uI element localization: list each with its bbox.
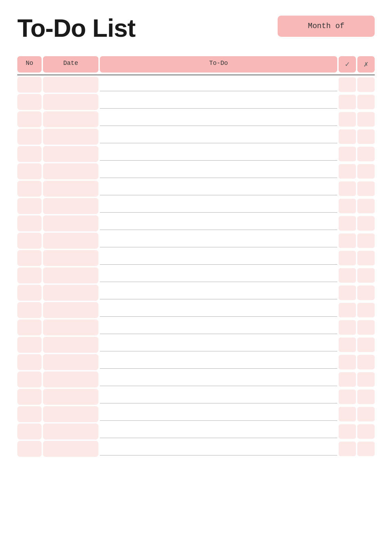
row-date-cell[interactable] <box>43 441 98 457</box>
row-no-cell[interactable] <box>17 285 42 301</box>
row-cross-cell[interactable] <box>357 268 375 283</box>
row-date-cell[interactable] <box>43 285 98 301</box>
row-no-cell[interactable] <box>17 94 42 110</box>
row-no-cell[interactable] <box>17 319 42 335</box>
row-todo-cell[interactable] <box>100 319 337 335</box>
row-date-cell[interactable] <box>43 198 98 214</box>
row-date-cell[interactable] <box>43 129 98 145</box>
row-check-cell[interactable] <box>339 268 356 283</box>
row-no-cell[interactable] <box>17 389 42 405</box>
row-todo-cell[interactable] <box>100 233 337 249</box>
table-row[interactable] <box>17 163 375 179</box>
row-date-cell[interactable] <box>43 146 98 162</box>
row-date-cell[interactable] <box>43 302 98 318</box>
table-row[interactable] <box>17 129 375 145</box>
row-date-cell[interactable] <box>43 267 98 283</box>
row-todo-cell[interactable] <box>100 267 337 283</box>
row-no-cell[interactable] <box>17 302 42 318</box>
row-check-cell[interactable] <box>339 285 356 300</box>
table-row[interactable] <box>17 441 375 457</box>
row-cross-cell[interactable] <box>357 424 375 439</box>
row-no-cell[interactable] <box>17 77 42 93</box>
row-no-cell[interactable] <box>17 198 42 214</box>
row-date-cell[interactable] <box>43 337 98 353</box>
row-cross-cell[interactable] <box>357 216 375 231</box>
row-check-cell[interactable] <box>339 216 356 231</box>
row-todo-cell[interactable] <box>100 94 337 110</box>
row-check-cell[interactable] <box>339 147 356 161</box>
row-date-cell[interactable] <box>43 181 98 197</box>
row-no-cell[interactable] <box>17 163 42 179</box>
row-no-cell[interactable] <box>17 215 42 231</box>
row-check-cell[interactable] <box>339 442 356 456</box>
row-todo-cell[interactable] <box>100 181 337 197</box>
row-check-cell[interactable] <box>339 251 356 265</box>
row-cross-cell[interactable] <box>357 147 375 161</box>
row-cross-cell[interactable] <box>357 320 375 335</box>
table-row[interactable] <box>17 77 375 93</box>
row-cross-cell[interactable] <box>357 233 375 248</box>
table-row[interactable] <box>17 94 375 110</box>
row-check-cell[interactable] <box>339 95 356 109</box>
row-cross-cell[interactable] <box>357 95 375 109</box>
row-no-cell[interactable] <box>17 233 42 249</box>
row-no-cell[interactable] <box>17 406 42 422</box>
row-check-cell[interactable] <box>339 77 356 92</box>
row-todo-cell[interactable] <box>100 441 337 457</box>
row-no-cell[interactable] <box>17 146 42 162</box>
row-date-cell[interactable] <box>43 424 98 439</box>
row-check-cell[interactable] <box>339 112 356 127</box>
table-row[interactable] <box>17 389 375 405</box>
row-no-cell[interactable] <box>17 267 42 283</box>
table-row[interactable] <box>17 424 375 439</box>
table-row[interactable] <box>17 233 375 249</box>
row-todo-cell[interactable] <box>100 337 337 353</box>
row-todo-cell[interactable] <box>100 146 337 162</box>
row-date-cell[interactable] <box>43 389 98 405</box>
row-cross-cell[interactable] <box>357 442 375 456</box>
row-check-cell[interactable] <box>339 129 356 144</box>
table-row[interactable] <box>17 250 375 266</box>
row-todo-cell[interactable] <box>100 215 337 231</box>
table-row[interactable] <box>17 215 375 231</box>
row-todo-cell[interactable] <box>100 129 337 145</box>
row-check-cell[interactable] <box>339 181 356 196</box>
table-row[interactable] <box>17 198 375 214</box>
row-no-cell[interactable] <box>17 354 42 370</box>
row-cross-cell[interactable] <box>357 77 375 92</box>
row-date-cell[interactable] <box>43 354 98 370</box>
row-no-cell[interactable] <box>17 129 42 145</box>
table-row[interactable] <box>17 302 375 318</box>
row-date-cell[interactable] <box>43 77 98 93</box>
row-todo-cell[interactable] <box>100 406 337 422</box>
row-todo-cell[interactable] <box>100 77 337 93</box>
row-todo-cell[interactable] <box>100 302 337 318</box>
row-check-cell[interactable] <box>339 424 356 439</box>
row-date-cell[interactable] <box>43 233 98 249</box>
row-date-cell[interactable] <box>43 163 98 179</box>
row-todo-cell[interactable] <box>100 372 337 387</box>
table-row[interactable] <box>17 319 375 335</box>
row-date-cell[interactable] <box>43 372 98 387</box>
table-row[interactable] <box>17 285 375 301</box>
row-check-cell[interactable] <box>339 390 356 404</box>
row-no-cell[interactable] <box>17 337 42 353</box>
row-date-cell[interactable] <box>43 319 98 335</box>
row-no-cell[interactable] <box>17 441 42 457</box>
row-cross-cell[interactable] <box>357 355 375 369</box>
row-date-cell[interactable] <box>43 406 98 422</box>
row-check-cell[interactable] <box>339 372 356 387</box>
row-check-cell[interactable] <box>339 199 356 213</box>
table-row[interactable] <box>17 406 375 422</box>
row-todo-cell[interactable] <box>100 285 337 301</box>
row-cross-cell[interactable] <box>357 390 375 404</box>
row-check-cell[interactable] <box>339 233 356 248</box>
row-todo-cell[interactable] <box>100 424 337 439</box>
row-date-cell[interactable] <box>43 111 98 127</box>
row-check-cell[interactable] <box>339 303 356 317</box>
row-cross-cell[interactable] <box>357 407 375 421</box>
table-row[interactable] <box>17 267 375 283</box>
table-row[interactable] <box>17 354 375 370</box>
table-row[interactable] <box>17 372 375 387</box>
row-no-cell[interactable] <box>17 181 42 197</box>
